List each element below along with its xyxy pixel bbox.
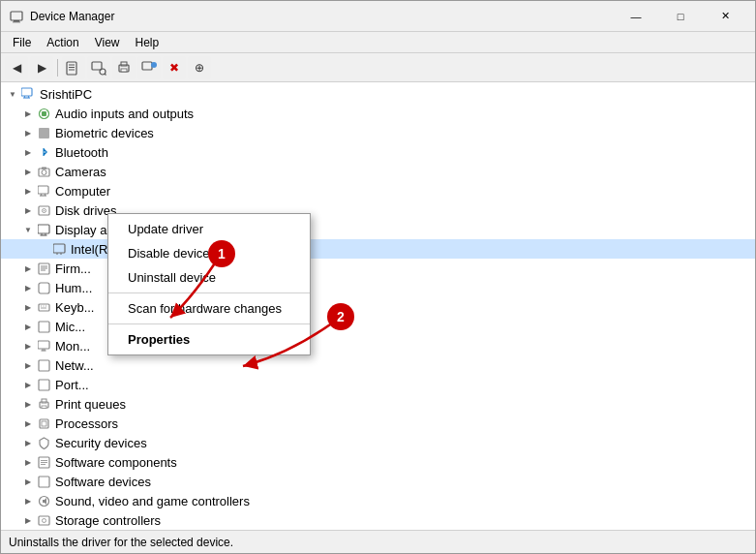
expand-root[interactable]: ▼ xyxy=(5,86,20,102)
icon-sec xyxy=(36,435,51,450)
list-item[interactable]: ▶ Bluetooth xyxy=(1,142,755,162)
icon-disk xyxy=(36,202,51,218)
toolbar-print[interactable] xyxy=(112,56,136,79)
icon-fw xyxy=(36,261,51,276)
expand-intel[interactable] xyxy=(36,241,51,257)
menu-file[interactable]: File xyxy=(5,34,39,51)
expand-audio[interactable]: ▶ xyxy=(20,106,36,121)
expand-display[interactable]: ▼ xyxy=(20,222,36,237)
svg-rect-65 xyxy=(39,477,49,487)
svg-rect-20 xyxy=(42,111,46,116)
icon-bluetooth xyxy=(36,144,51,160)
svg-point-14 xyxy=(151,62,157,68)
icon-proc xyxy=(36,416,51,431)
icon-kb xyxy=(36,299,51,315)
icon-mic xyxy=(36,319,51,334)
expand-swc[interactable]: ▶ xyxy=(20,454,36,470)
expand-sec[interactable]: ▶ xyxy=(20,435,36,450)
svg-rect-25 xyxy=(38,186,48,194)
expand-disk[interactable]: ▶ xyxy=(20,202,36,218)
close-button[interactable]: ✕ xyxy=(703,1,747,32)
toolbar-delete[interactable]: ✖ xyxy=(163,56,186,79)
expand-kb[interactable]: ▶ xyxy=(20,299,36,315)
title-bar-title: Device Manager xyxy=(30,10,614,23)
list-item[interactable]: ▶ Biometric devices xyxy=(1,123,755,142)
list-item[interactable]: ▶ Audio inputs and outputs xyxy=(1,104,755,123)
expand-stor[interactable]: ▶ xyxy=(20,512,36,528)
tree-root[interactable]: ▼ SrishtiPC xyxy=(1,84,755,104)
list-item[interactable]: ▶ Print queues xyxy=(1,394,755,414)
expand-cam[interactable]: ▶ xyxy=(20,164,36,179)
expand-bt[interactable]: ▶ xyxy=(20,144,36,160)
ctx-separator-1 xyxy=(108,292,310,293)
expand-mic[interactable]: ▶ xyxy=(20,319,36,334)
list-item[interactable]: ▶ Port... xyxy=(1,375,755,394)
ctx-separator-2 xyxy=(108,323,310,324)
item-label-hu: Hum... xyxy=(55,281,92,295)
expand-hu[interactable]: ▶ xyxy=(20,280,36,295)
menu-view[interactable]: View xyxy=(87,34,128,51)
title-bar: Device Manager — □ ✕ xyxy=(1,1,755,32)
minimize-button[interactable]: — xyxy=(614,1,658,32)
list-item[interactable]: ▶ Security devices xyxy=(1,433,755,452)
main-content: ▼ SrishtiPC ▶ Audio inputs and outputs ▶ xyxy=(1,82,755,530)
svg-rect-3 xyxy=(67,62,76,75)
ctx-uninstall-device[interactable]: Uninstall device xyxy=(108,265,310,290)
menu-action[interactable]: Action xyxy=(39,34,86,51)
toolbar: ◀ ▶ ✖ ⊕ xyxy=(1,53,755,82)
list-item[interactable]: ▶ Netw... xyxy=(1,355,755,375)
status-bar: Uninstalls the driver for the selected d… xyxy=(1,530,755,553)
list-item[interactable]: ▶ Storage controllers xyxy=(1,510,755,530)
svg-rect-1 xyxy=(14,20,19,22)
ctx-scan-hardware[interactable]: Scan for hardware changes xyxy=(108,296,310,321)
icon-print xyxy=(36,396,51,412)
list-item[interactable]: ▶ Cameras xyxy=(1,162,755,181)
toolbar-add[interactable]: ⊕ xyxy=(188,56,211,79)
icon-net xyxy=(36,357,51,373)
toolbar-properties[interactable] xyxy=(62,56,85,79)
svg-rect-60 xyxy=(42,421,46,426)
svg-point-8 xyxy=(100,69,106,75)
expand-fw[interactable]: ▶ xyxy=(20,261,36,276)
item-label-swd: Software devices xyxy=(55,475,151,489)
ctx-update-driver[interactable]: Update driver xyxy=(108,217,310,241)
expand-print[interactable]: ▶ xyxy=(20,396,36,412)
expand-comp[interactable]: ▶ xyxy=(20,183,36,199)
expand-mon[interactable]: ▶ xyxy=(20,338,36,354)
expand-proc[interactable]: ▶ xyxy=(20,416,36,431)
icon-sound xyxy=(36,493,51,508)
list-item[interactable]: ▶ Computer xyxy=(1,181,755,200)
ctx-disable-device[interactable]: Disable device xyxy=(108,241,310,265)
list-item[interactable]: ▶ Processors xyxy=(1,414,755,433)
item-label-kb: Keyb... xyxy=(55,300,94,315)
expand-swd[interactable]: ▶ xyxy=(20,474,36,489)
toolbar-scan[interactable] xyxy=(87,56,110,79)
expand-port[interactable]: ▶ xyxy=(20,377,36,392)
toolbar-network[interactable] xyxy=(137,56,161,79)
item-label-mic: Mic... xyxy=(55,320,85,334)
svg-rect-2 xyxy=(13,21,20,22)
svg-rect-13 xyxy=(142,62,152,70)
list-item[interactable]: ▶ Software devices xyxy=(1,472,755,491)
list-item[interactable]: ▶ Software components xyxy=(1,452,755,472)
toolbar-back[interactable]: ◀ xyxy=(5,56,28,79)
expand-bio[interactable]: ▶ xyxy=(20,125,36,140)
menu-help[interactable]: Help xyxy=(128,34,167,51)
maximize-button[interactable]: □ xyxy=(658,1,703,32)
item-label-bio: Biometric devices xyxy=(55,126,154,140)
expand-net[interactable]: ▶ xyxy=(20,357,36,373)
list-item[interactable]: ▶ Sound, video and game controllers xyxy=(1,491,755,510)
item-label-print: Print queues xyxy=(55,397,126,412)
ctx-properties[interactable]: Properties xyxy=(108,327,310,352)
toolbar-forward[interactable]: ▶ xyxy=(30,56,53,79)
expand-sound[interactable]: ▶ xyxy=(20,493,36,508)
item-label-mon: Mon... xyxy=(55,339,90,354)
svg-rect-44 xyxy=(39,304,49,311)
item-label-fw: Firm... xyxy=(55,262,91,276)
item-label-net: Netw... xyxy=(55,358,94,373)
icon-swd xyxy=(36,474,51,489)
svg-line-9 xyxy=(105,74,106,75)
svg-rect-43 xyxy=(39,283,49,293)
item-label-port: Port... xyxy=(55,378,89,392)
icon-intel xyxy=(51,241,67,257)
